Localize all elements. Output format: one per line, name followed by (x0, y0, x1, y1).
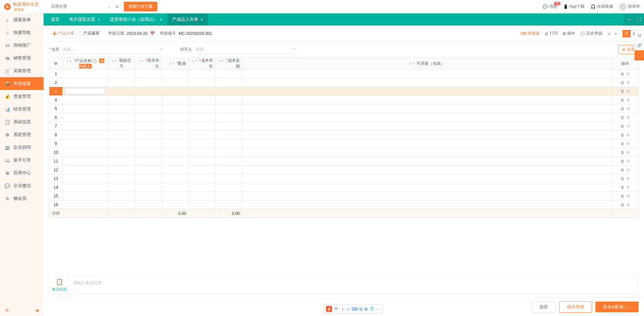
delete-row-icon[interactable]: 🗑 (621, 176, 625, 181)
save-and-new-button[interactable]: 保存&新增 ⌄ (595, 302, 639, 312)
column-qty[interactable]: ▲▼ *数量 (162, 58, 189, 70)
table-row[interactable]: +🗑⎘ (49, 87, 639, 96)
column-product-name[interactable]: ▲▼ *产品名称 ? 扫码录入 (63, 58, 108, 70)
cell-qty[interactable] (162, 174, 189, 183)
ime-tool-icon[interactable]: ⋯ (376, 307, 380, 312)
copy-row-icon[interactable]: ⎘ (627, 159, 630, 164)
shortcut-link[interactable]: ⌨ 快捷键 (521, 31, 540, 36)
column-unit[interactable]: ▲▼ *库存单位 (135, 58, 162, 70)
cell-available[interactable] (242, 157, 612, 166)
tab-1[interactable]: 售价提取设置✕ (64, 13, 105, 26)
cell-available[interactable] (242, 78, 612, 87)
cell-product-name[interactable] (63, 96, 108, 104)
cell-cost-price[interactable] (189, 131, 215, 139)
delete-row-icon[interactable]: 🗑 (621, 168, 625, 172)
delete-row-icon[interactable]: 🗑 (621, 80, 625, 85)
close-icon[interactable]: ✕ (97, 17, 100, 22)
chevron-down-icon[interactable]: ⌄ (625, 305, 631, 310)
app-download-link[interactable]: 📱 App下载 (563, 4, 585, 9)
cell-unit[interactable] (135, 70, 162, 78)
more-icon[interactable]: ⋯ (159, 47, 163, 52)
ime-toolbar[interactable]: S 中 •,☺⌨⊞✿👕⋯ (324, 305, 383, 313)
cell-product-name[interactable] (63, 113, 108, 122)
cell-cost-amount[interactable] (215, 113, 242, 122)
table-row[interactable]: 15🗑⎘ (49, 192, 639, 200)
cell-cost-price[interactable] (189, 122, 215, 131)
cell-unit[interactable] (135, 174, 162, 183)
rail-item-1[interactable]: ▤ (635, 30, 644, 40)
cell-product-name[interactable] (63, 148, 108, 157)
ime-tool-icon[interactable]: ⌨ (352, 307, 358, 312)
delete-row-icon[interactable]: 🗑 (621, 124, 625, 129)
delete-row-icon[interactable]: 🗑 (621, 194, 625, 198)
sort-icon[interactable]: ▲▼ (138, 60, 144, 62)
cell-unit[interactable] (135, 166, 162, 174)
cell-spec[interactable] (108, 174, 135, 183)
delete-row-icon[interactable]: 🗑 (621, 98, 625, 102)
cell-qty[interactable] (162, 148, 189, 157)
tab-0[interactable]: 首页 (46, 13, 64, 26)
sort-icon[interactable]: ▲▼ (192, 60, 198, 62)
sort-icon[interactable]: ▲▼ (111, 60, 117, 62)
discard-button[interactable]: 放弃 (532, 301, 556, 313)
sidebar-item-4[interactable]: 🛒采购管理 (0, 64, 44, 77)
cell-unit[interactable] (135, 157, 162, 166)
sidebar-item-12[interactable]: ⊞应用中心 (0, 167, 44, 179)
cell-spec[interactable] (108, 96, 135, 104)
next-doc-icon[interactable]: ▶ (615, 31, 618, 36)
cell-cost-amount[interactable] (215, 78, 242, 87)
column-cost-price[interactable]: ▲▼ *成本单价 (189, 58, 215, 70)
table-row[interactable]: 7🗑⎘ (49, 122, 639, 131)
cell-cost-amount[interactable] (215, 104, 242, 113)
cell-cost-price[interactable] (189, 70, 215, 78)
cell-qty[interactable] (162, 87, 189, 96)
cell-qty[interactable] (162, 78, 189, 87)
gear-icon[interactable]: ⚙ (115, 4, 119, 9)
delete-row-icon[interactable]: 🗑 (621, 89, 625, 94)
table-row[interactable]: 9🗑⎘ (49, 139, 639, 148)
cell-spec[interactable] (108, 78, 135, 87)
cell-cost-amount[interactable] (215, 166, 242, 174)
cell-cost-price[interactable] (189, 96, 215, 104)
cell-product-name[interactable] (63, 104, 108, 113)
cell-available[interactable] (242, 113, 612, 122)
sidebar-item-8[interactable]: 📋基础信息 (0, 116, 44, 128)
cell-spec[interactable] (108, 131, 135, 139)
more-icon[interactable]: ⋯ (292, 47, 296, 52)
delete-row-icon[interactable]: 🗑 (621, 202, 625, 207)
remarks-input[interactable]: 请输入备注信息 (69, 276, 638, 294)
ime-tool-icon[interactable]: ⊞ (359, 307, 363, 312)
prev-doc-icon[interactable]: ◀ (607, 31, 610, 36)
delete-row-icon[interactable]: 🗑 (621, 133, 625, 137)
close-icon[interactable]: ✕ (160, 17, 163, 22)
cell-cost-price[interactable] (189, 139, 215, 148)
table-row[interactable]: 6🗑⎘ (49, 113, 639, 122)
cell-cost-amount[interactable] (215, 139, 242, 148)
cell-qty[interactable] (162, 157, 189, 166)
copy-row-icon[interactable]: ⎘ (627, 124, 630, 129)
cell-cost-price[interactable] (189, 148, 215, 157)
tab-expand-button[interactable]: ⛶ (634, 13, 644, 26)
tab-2[interactable]: 进货单统计表（按商品）✕ (105, 13, 167, 26)
close-icon[interactable]: ✕ (200, 17, 203, 22)
cell-spec[interactable] (108, 104, 135, 113)
history-link[interactable]: 🕘 历史单据 (580, 31, 602, 36)
cell-qty[interactable] (162, 113, 189, 122)
sort-icon[interactable]: ▲▼ (66, 60, 72, 62)
cell-unit[interactable] (135, 183, 162, 192)
sidebar-item-11[interactable]: 📖新手引导 (0, 154, 44, 167)
print-link[interactable]: 🖨 打印 (544, 31, 558, 36)
cell-qty[interactable] (162, 192, 189, 200)
calendar-icon[interactable]: 📅 (150, 31, 155, 36)
column-spec[interactable]: ▲▼ 规格型号 (108, 58, 135, 70)
messages-link[interactable]: 💬 消息 70 (543, 4, 557, 9)
radio-stock-in[interactable]: 产品入库 (53, 31, 74, 36)
cell-cost-amount[interactable] (215, 157, 242, 166)
cell-cost-price[interactable] (189, 174, 215, 183)
ime-tool-icon[interactable]: 👕 (369, 307, 375, 312)
cell-spec[interactable] (108, 70, 135, 78)
cell-unit[interactable] (135, 78, 162, 87)
sidebar-settings-icon[interactable]: ⚙ (5, 308, 9, 313)
cell-cost-price[interactable] (189, 192, 215, 200)
cell-available[interactable] (242, 122, 612, 131)
